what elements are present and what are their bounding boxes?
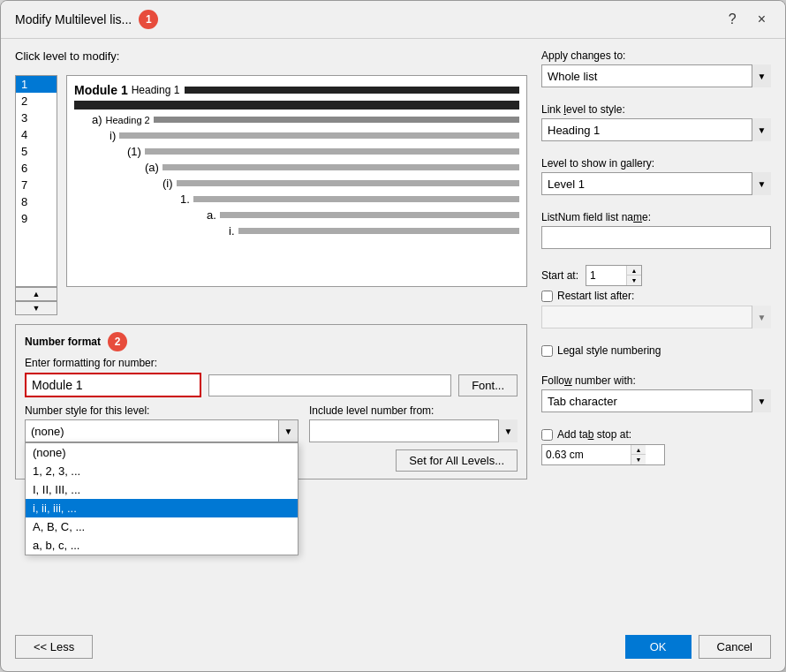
format-input-row: Font... [25, 373, 518, 397]
preview-label-8: i. [229, 224, 235, 238]
preview-label-4: (a) [145, 161, 159, 174]
restart-select-input[interactable] [541, 306, 771, 328]
follow-number-select[interactable]: Tab character Space Nothing ▼ [541, 389, 771, 412]
dropdown-item-none[interactable]: (none) [26, 443, 298, 462]
legal-checkbox-row: Legal style numbering [541, 344, 771, 357]
level-item-8[interactable]: 8 [16, 193, 57, 210]
preview-label-6: 1. [180, 193, 190, 206]
tab-stop-up[interactable]: ▲ [631, 445, 646, 455]
level-section-label: Click level to modify: [15, 49, 527, 63]
help-button[interactable]: ? [723, 10, 742, 29]
footer-right: OK Cancel [625, 635, 771, 659]
preview-row-5: (i) [74, 177, 519, 190]
preview-row-6: 1. [74, 193, 519, 206]
set-all-button[interactable]: Set for All Levels... [396, 449, 518, 472]
include-level-select[interactable]: ▼ [309, 419, 518, 442]
link-level-select[interactable]: Heading 1 Heading 2 Heading 3 ▼ [541, 118, 771, 141]
badge-1: 1 [139, 10, 158, 29]
level-item-4[interactable]: 4 [16, 126, 57, 143]
level-scroll-down[interactable]: ▼ [15, 301, 57, 315]
preview-line-6 [193, 196, 519, 202]
include-level-label: Include level number from: [309, 404, 518, 417]
preview-label-2: i) [110, 129, 116, 142]
include-level-select-input[interactable] [309, 419, 518, 442]
number-format-title: Number format 2 [25, 332, 518, 351]
apply-changes-select-input[interactable]: Whole list This point forward [541, 64, 771, 87]
tab-stop-input[interactable] [542, 445, 631, 464]
add-tab-checkbox-row: Add tab stop at: [541, 428, 771, 441]
preview-line-5 [177, 180, 519, 186]
restart-label: Restart list after: [557, 290, 634, 302]
add-tab-checkbox[interactable] [541, 429, 553, 441]
ok-button[interactable]: OK [625, 635, 692, 659]
level-item-5[interactable]: 5 [16, 143, 57, 160]
preview-label-1: a) [92, 113, 102, 126]
modify-multilevel-dialog: Modify Multilevel lis... 1 ? × Click lev… [0, 0, 786, 672]
dropdown-item-roman-upper[interactable]: I, II, III, ... [26, 480, 298, 499]
close-button[interactable]: × [752, 10, 771, 29]
number-style-dropdown[interactable]: (none) ▼ (none) 1, 2, 3, ... I, II, III,… [25, 419, 299, 442]
level-item-9[interactable]: 9 [16, 210, 57, 227]
dropdown-item-roman-lower[interactable]: i, ii, iii, ... [26, 499, 298, 517]
dropdown-item-123[interactable]: 1, 2, 3, ... [26, 462, 298, 480]
apply-changes-label: Apply changes to: [541, 49, 771, 62]
legal-checkbox[interactable] [541, 345, 553, 357]
start-at-group: Start at: ▲ ▼ Restart list after: [541, 265, 771, 328]
footer-left: << Less [15, 635, 93, 659]
restart-select[interactable]: ▼ [541, 306, 771, 328]
level-item-7[interactable]: 7 [16, 177, 57, 193]
title-bar-right: ? × [723, 10, 771, 29]
title-bar-left: Modify Multilevel lis... 1 [15, 10, 158, 29]
link-level-group: Link level to style: Heading 1 Heading 2… [541, 103, 771, 141]
level-item-3[interactable]: 3 [16, 109, 57, 126]
startat-down[interactable]: ▼ [627, 276, 641, 285]
right-panel: Apply changes to: Whole list This point … [541, 49, 771, 617]
dropdown-selected-value: (none) [31, 425, 64, 438]
dropdown-item-abc-upper[interactable]: A, B, C, ... [26, 517, 298, 536]
format-col-left: Number style for this level: (none) ▼ (n… [25, 404, 299, 442]
cancel-button[interactable]: Cancel [699, 635, 771, 659]
level-gallery-select-input[interactable]: Level 1 Level 2 Level 3 [541, 172, 771, 195]
dropdown-arrow: ▼ [278, 420, 298, 442]
preview-line-3 [145, 148, 519, 155]
restart-checkbox-row: Restart list after: [541, 290, 771, 302]
level-item-1[interactable]: 1 [16, 76, 57, 93]
preview-line-full [74, 101, 519, 109]
startat-up[interactable]: ▲ [627, 266, 641, 276]
startat-input[interactable] [586, 266, 626, 285]
listnum-input[interactable] [541, 226, 771, 249]
follow-number-select-input[interactable]: Tab character Space Nothing [541, 389, 771, 412]
level-scroll-up[interactable]: ▲ [15, 287, 57, 301]
preview-line-2 [119, 132, 519, 139]
link-level-label: Link level to style: [541, 103, 771, 116]
preview-label-0: Module 1 [74, 83, 128, 97]
dialog-title: Modify Multilevel lis... [15, 12, 132, 26]
dropdown-item-abc-lower[interactable]: a, b, c, ... [26, 536, 298, 555]
tab-stop-spinbox: ▲ ▼ [541, 444, 665, 465]
font-button[interactable]: Font... [458, 374, 518, 396]
tab-stop-down[interactable]: ▼ [631, 455, 646, 464]
restart-checkbox[interactable] [541, 291, 553, 302]
badge-2: 2 [108, 332, 127, 351]
apply-changes-select[interactable]: Whole list This point forward ▼ [541, 64, 771, 87]
format-input[interactable] [25, 373, 201, 397]
listnum-label: ListNum field list name: [541, 211, 771, 223]
link-level-select-input[interactable]: Heading 1 Heading 2 Heading 3 [541, 118, 771, 141]
level-gallery-select[interactable]: Level 1 Level 2 Level 3 ▼ [541, 172, 771, 195]
level-gallery-group: Level to show in gallery: Level 1 Level … [541, 157, 771, 195]
follow-number-label: Follow number with: [541, 374, 771, 387]
level-item-2[interactable]: 2 [16, 93, 57, 109]
less-button[interactable]: << Less [15, 635, 93, 659]
level-gallery-label: Level to show in gallery: [541, 157, 771, 170]
level-item-6[interactable]: 6 [16, 160, 57, 177]
preview-label-5: (i) [162, 177, 173, 190]
preview-row-7: a. [74, 208, 519, 222]
preview-line-0 [185, 87, 519, 94]
dropdown-trigger[interactable]: (none) ▼ [25, 419, 299, 442]
dropdown-list: (none) 1, 2, 3, ... I, II, III, ... i, i… [25, 442, 299, 555]
preview-heading-0: Heading 1 [132, 84, 180, 96]
follow-number-group: Follow number with: Tab character Space … [541, 374, 771, 412]
level-list[interactable]: 1 2 3 4 5 6 7 8 9 [15, 75, 57, 287]
format-input-ext[interactable] [208, 374, 451, 396]
dialog-footer: << Less OK Cancel [1, 628, 785, 671]
